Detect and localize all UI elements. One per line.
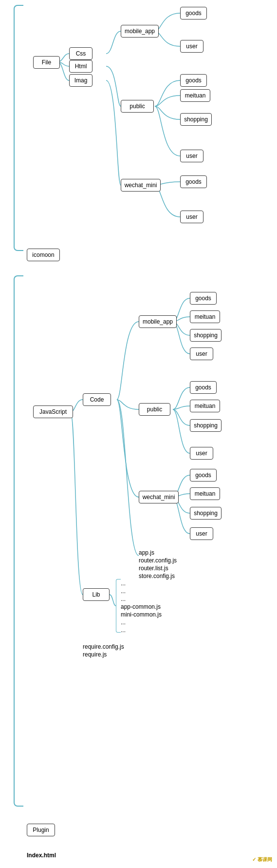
watermark: ✓ 慕课网 [252, 856, 272, 863]
lib-app-common: app-common.js [121, 603, 161, 610]
code-public-shopping: shopping [190, 419, 222, 432]
code-public-meituan: meituan [190, 400, 220, 412]
imag-node: Imag [69, 74, 92, 87]
code-node: Code [83, 393, 111, 406]
lib-mini-common: mini-common.js [121, 611, 162, 618]
code-public-node: public [139, 403, 170, 416]
lib-lines [0, 0, 277, 868]
code-public-user: user [190, 447, 213, 460]
lib-item-1: ... [121, 580, 126, 587]
connector-lines [0, 0, 277, 868]
public-meituan-node: meituan [180, 89, 210, 102]
code-mobile-meituan: meituan [190, 310, 220, 323]
store-config-js: store.config.js [139, 573, 175, 579]
lib-item-4: ... [121, 619, 126, 626]
index-html: Index.html [27, 852, 56, 859]
file-node: File [33, 56, 60, 69]
code-wechat-goods: goods [190, 469, 217, 482]
plugin-node: Plugin [27, 824, 55, 836]
public-shopping-node: shopping [180, 113, 212, 126]
code-mobile-app-node: mobile_app [139, 315, 177, 328]
lib-bracket [116, 579, 121, 633]
diagram-container: File Css Html Imag mobile_app goods user… [0, 0, 277, 868]
javascript-bracket [14, 275, 23, 807]
mobile-app-user-node: user [180, 40, 203, 53]
public-user-node: user [180, 150, 203, 162]
lib-node: Lib [83, 588, 110, 601]
code-wechat-node: wechat_mini [139, 491, 179, 503]
wechat-mini-file-node: wechat_mini [121, 179, 161, 192]
file-bracket [14, 5, 23, 251]
mobile-app-goods-node: goods [180, 7, 207, 19]
router-list-js: router.list.js [139, 565, 168, 572]
code-public-goods: goods [190, 381, 217, 394]
wechat-goods-node: goods [180, 175, 207, 188]
lib-item-3: ... [121, 596, 126, 602]
public-file-node: public [121, 100, 154, 113]
public-goods-node: goods [180, 74, 207, 87]
require-js: require.js [83, 651, 107, 658]
app-js: app.js [139, 549, 154, 556]
code-wechat-user: user [190, 527, 213, 540]
code-mobile-shopping: shopping [190, 329, 222, 342]
mobile-app-file-node: mobile_app [121, 25, 159, 38]
code-wechat-shopping: shopping [190, 507, 222, 520]
css-node: Css [69, 47, 92, 60]
code-mobile-user: user [190, 347, 213, 360]
icomoon-node: icomoon [27, 249, 60, 261]
code-mobile-goods: goods [190, 292, 217, 305]
lib-item-2: ... [121, 588, 126, 595]
lib-item-5: ... [121, 627, 126, 634]
html-node: Html [69, 60, 92, 73]
wechat-user-node: user [180, 211, 203, 223]
require-config-js: require.config.js [83, 643, 124, 650]
code-wechat-meituan: meituan [190, 487, 220, 500]
router-config-js: router.config.js [139, 557, 177, 564]
javascript-node: JavaScript [33, 405, 73, 418]
